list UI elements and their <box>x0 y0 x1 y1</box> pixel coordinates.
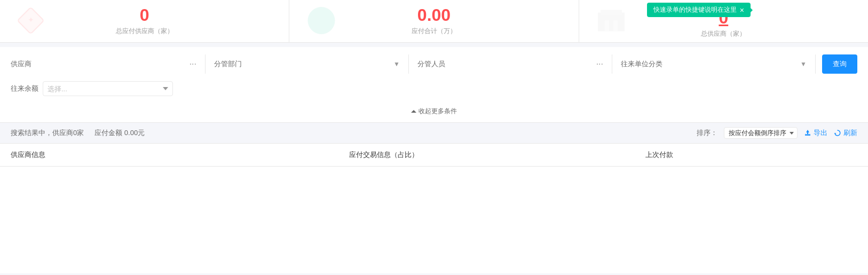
person-input[interactable] <box>449 60 594 68</box>
collapse-button[interactable]: 收起更多条件 <box>411 107 457 116</box>
svg-text:米: 米 <box>315 13 327 27</box>
supplier-input[interactable] <box>36 60 187 68</box>
person-more-btn[interactable]: ··· <box>596 59 603 69</box>
svg-rect-9 <box>805 135 810 136</box>
stat-total-number: 0.00 <box>417 6 451 23</box>
refresh-icon <box>834 129 841 137</box>
tooltip-text: 快速录单的快捷键说明在这里 <box>653 5 737 14</box>
table-header: 供应商信息 应付交易信息（占比） 上次付款 <box>0 144 868 167</box>
result-count: 搜索结果中，供应商0家 <box>11 128 84 138</box>
tooltip-close-btn[interactable]: × <box>740 6 744 14</box>
collapse-label: 收起更多条件 <box>419 107 457 116</box>
unit-category-label: 往来单位分类 <box>621 59 662 69</box>
result-info: 搜索结果中，供应商0家 应付金额 0.00元 <box>11 128 145 138</box>
department-label: 分管部门 <box>214 59 242 69</box>
supplier-label: 供应商 <box>11 59 32 69</box>
building-icon <box>595 7 627 34</box>
stat-payable-number: 0 <box>140 6 149 23</box>
person-filter: 分管人员 ··· <box>409 54 612 74</box>
result-bar: 搜索结果中，供应商0家 应付金额 0.00元 排序： 按应付会额倒序排序 导出 <box>0 123 868 144</box>
stat-total-payable: ✦ 0 总应付供应商（家） <box>0 0 289 42</box>
person-label: 分管人员 <box>417 59 445 69</box>
tooltip-bubble: 快速录单的快捷键说明在这里 × <box>647 3 751 17</box>
result-amount: 应付金额 0.00元 <box>94 128 145 138</box>
svg-text:✦: ✦ <box>28 15 34 24</box>
supplier-filter: 供应商 ··· <box>11 54 206 74</box>
stat-total-suppliers: 快速录单的快捷键说明在这里 × 0 总供应商（家） <box>579 0 868 42</box>
collapse-arrow-icon <box>411 110 416 113</box>
export-icon <box>804 129 811 137</box>
supplier-more-btn[interactable]: ··· <box>190 59 196 69</box>
stat-payable-total: 米 0.00 应付合计（万） <box>289 0 579 42</box>
unit-category-input[interactable] <box>667 60 798 68</box>
table-area: 供应商信息 应付交易信息（占比） 上次付款 <box>0 144 868 273</box>
filter-area: 供应商 ··· 分管部门 ▼ 分管人员 ··· 往来单位分类 ▼ <box>0 47 868 123</box>
export-button[interactable]: 导出 <box>804 128 827 138</box>
stat-total-label: 应付合计（万） <box>412 27 456 36</box>
department-filter: 分管部门 ▼ <box>206 54 409 74</box>
unit-category-filter: 往来单位分类 ▼ <box>612 54 816 74</box>
balance-select[interactable]: 选择... <box>43 81 173 96</box>
table-body <box>0 167 868 273</box>
col-supplier-header: 供应商信息 <box>11 150 349 160</box>
sort-select[interactable]: 按应付会额倒序排序 <box>724 127 798 139</box>
svg-rect-8 <box>805 134 810 135</box>
svg-rect-7 <box>613 20 618 31</box>
cookie-icon: 米 <box>305 4 337 36</box>
export-label: 导出 <box>814 128 827 138</box>
balance-label: 往来余额 <box>11 84 38 93</box>
stats-bar: ✦ 0 总应付供应商（家） 米 0.00 应付合计（万） <box>0 0 868 43</box>
diamond-icon: ✦ <box>16 6 45 35</box>
svg-marker-10 <box>806 130 809 134</box>
query-button[interactable]: 查询 <box>822 54 857 74</box>
svg-rect-4 <box>598 12 625 31</box>
col-transaction-header: 应付交易信息（占比） <box>349 150 645 160</box>
stat-payable-label: 总应付供应商（家） <box>116 27 173 36</box>
balance-filter: 往来余额 选择... <box>11 79 182 98</box>
filter-row-1: 供应商 ··· 分管部门 ▼ 分管人员 ··· 往来单位分类 ▼ <box>11 54 857 74</box>
result-actions: 排序： 按应付会额倒序排序 导出 刷新 <box>697 127 857 139</box>
department-input[interactable] <box>246 60 391 68</box>
filter-row-2: 往来余额 选择... <box>11 79 857 98</box>
sort-label: 排序： <box>697 128 717 138</box>
svg-marker-11 <box>834 133 837 135</box>
stat-suppliers-label: 总供应商（家） <box>701 29 746 38</box>
refresh-label: 刷新 <box>843 128 857 138</box>
collapse-bar: 收起更多条件 <box>11 104 857 122</box>
refresh-button[interactable]: 刷新 <box>834 128 857 138</box>
svg-rect-6 <box>605 20 609 31</box>
unit-category-dropdown-icon[interactable]: ▼ <box>800 60 807 68</box>
svg-rect-5 <box>601 10 622 15</box>
col-payment-header: 上次付款 <box>645 150 857 160</box>
department-dropdown-icon[interactable]: ▼ <box>393 60 400 68</box>
